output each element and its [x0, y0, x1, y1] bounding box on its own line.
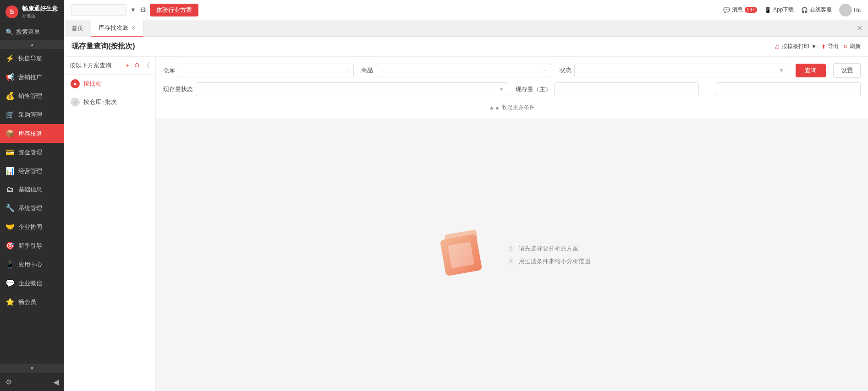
tab-batch-account[interactable]: 库存批次账 ✕ [91, 20, 143, 37]
filter-form: 仓库 ··· 商品 ··· 状态 [156, 57, 868, 119]
empty-hints: 1 请先选择要分析的方案 2 用过滤条件来缩小分析范围 [507, 244, 590, 266]
marketing-icon: 📢 [5, 73, 15, 81]
tab-close-icon[interactable]: ✕ [131, 25, 136, 31]
range-dash: — [702, 86, 713, 93]
sidebar-item-app-center[interactable]: 📱 应用中心 [0, 255, 64, 274]
scroll-up-btn[interactable]: ▲ [0, 40, 64, 49]
product-label: 商品 [361, 66, 373, 75]
sidebar-item-label: 系统管理 [18, 204, 42, 212]
filter-row-2: 现存量状态 ▼ 现存量（主） — [163, 82, 861, 96]
service-icon: 🎧 [801, 7, 808, 13]
collapse-up-icon: ▲▲ [489, 104, 500, 111]
quick-nav-icon: ⚡ [5, 54, 15, 63]
query-area: 仓库 ··· 商品 ··· 状态 [156, 57, 868, 391]
finance-icon: 💳 [5, 148, 15, 157]
hint-2-text: 用过滤条件来缩小分析范围 [519, 257, 590, 266]
purchase-icon: 🛒 [5, 110, 15, 119]
settings-btn[interactable]: 设置 [833, 63, 861, 78]
trial-btn[interactable]: 体验行业方案 [150, 4, 198, 16]
sidebar-item-label: 采购管理 [18, 111, 42, 119]
sidebar-item-guide[interactable]: 🎯 新手引导 [0, 236, 64, 255]
filter-collapse-row[interactable]: ▲▲ 收起更多条件 [163, 101, 861, 112]
enterprise-icon: 🤝 [5, 223, 15, 231]
username-label: Rit [854, 7, 861, 13]
collapse-label: 收起更多条件 [502, 103, 535, 111]
basic-icon: 🗂 [5, 185, 15, 194]
online-service-action[interactable]: 🎧 在线客服 [801, 6, 832, 14]
batch-filter-icon: ● [71, 79, 80, 88]
inventory-icon: 📦 [5, 129, 15, 138]
settings-icon[interactable]: ⚙ [5, 378, 12, 386]
print-btn[interactable]: 🖨 按模板打印 ▼ [775, 43, 817, 50]
app-download-action[interactable]: 📱 App下载 [764, 6, 794, 14]
refresh-icon: ↻ [843, 43, 848, 50]
tab-home[interactable]: 首页 [64, 20, 91, 37]
topbar-left: ▼ ⚙ 体验行业方案 [71, 4, 719, 16]
page-actions: 🖨 按模板打印 ▼ ⬆ 导出 ↻ 刷新 [775, 43, 861, 50]
filter-item-by-warehouse-batch[interactable]: ○ 按仓库+批次 [64, 93, 155, 111]
filter-panel-icons: ＋ ⊙ 《 [124, 61, 150, 70]
user-avatar-action[interactable]: Rit [839, 4, 861, 16]
sidebar-item-basic[interactable]: 🗂 基础信息 [0, 180, 64, 199]
sidebar-item-label: 销售管理 [18, 92, 42, 100]
topbar-right: 💬 消息 99+ 📱 App下载 🎧 在线客服 Rit [723, 4, 861, 16]
sidebar-item-member[interactable]: ⭐ 畅会员 [0, 293, 64, 311]
member-icon: ⭐ [5, 298, 15, 306]
sidebar-item-label: 经营管理 [18, 167, 42, 175]
sidebar-item-label: 库存核算 [18, 130, 42, 138]
sidebar-item-sales[interactable]: 💰 销售管理 [0, 87, 64, 105]
filter-panel-title: 按以下方案查询 [70, 61, 111, 70]
messages-badge: 99+ [745, 7, 757, 13]
sidebar-search[interactable]: 🔍 搜索菜单 [0, 24, 64, 40]
product-dots[interactable]: ··· [543, 67, 548, 74]
sidebar-item-enterprise[interactable]: 🤝 企业协同 [0, 217, 64, 236]
warehouse-batch-filter-icon: ○ [71, 98, 80, 107]
collapse-sidebar-icon[interactable]: ◀ [53, 378, 59, 386]
print-label: 按模板打印 [782, 43, 809, 50]
sidebar-item-wechat[interactable]: 💬 企业微信 [0, 274, 64, 293]
warehouse-dots[interactable]: ··· [345, 67, 350, 74]
add-filter-icon[interactable]: ＋ [124, 61, 131, 70]
warehouse-input[interactable]: ··· [178, 64, 354, 77]
sidebar-item-inventory[interactable]: 📦 库存核算 [0, 124, 64, 143]
sidebar-item-operation[interactable]: 📊 经营管理 [0, 162, 64, 180]
system-icon: 🔧 [5, 204, 15, 212]
product-input[interactable]: ··· [376, 64, 552, 77]
query-btn[interactable]: 查询 [796, 64, 826, 77]
operation-icon: 📊 [5, 167, 15, 175]
status-select[interactable]: ▼ [574, 64, 789, 77]
export-btn[interactable]: ⬆ 导出 [821, 43, 839, 50]
status-group: 状态 ▼ [560, 64, 789, 77]
sidebar-item-quick-nav[interactable]: ⚡ 快捷导航 [0, 49, 64, 68]
print-dropdown-icon[interactable]: ▼ [811, 43, 817, 50]
stock-qty-min-input[interactable] [554, 82, 699, 96]
filter-item-by-batch[interactable]: ● 按批次 [64, 75, 155, 93]
topbar-search-input[interactable] [71, 4, 126, 16]
topbar-gear-icon[interactable]: ⚙ [140, 5, 146, 14]
empty-hint-2: 2 用过滤条件来缩小分析范围 [507, 257, 590, 266]
stock-qty-max-input[interactable] [716, 82, 861, 96]
filter-settings-icon[interactable]: ⊙ [134, 61, 140, 70]
stock-status-chevron-icon: ▼ [499, 86, 504, 92]
scroll-down-btn[interactable]: ▼ [0, 364, 64, 373]
online-service-label: 在线客服 [810, 6, 832, 14]
refresh-btn[interactable]: ↻ 刷新 [843, 43, 861, 50]
sidebar-item-label: 资金管理 [18, 148, 42, 157]
hint-1-num: 1 [507, 244, 515, 253]
topbar-dropdown-btn[interactable]: ▼ [130, 6, 136, 13]
messages-action[interactable]: 💬 消息 99+ [723, 6, 757, 14]
sidebar-item-purchase[interactable]: 🛒 采购管理 [0, 105, 64, 124]
tab-area-close-btn[interactable]: ✕ [851, 24, 868, 33]
sidebar-item-marketing[interactable]: 📢 营销推广 [0, 68, 64, 87]
sidebar-item-label: 新手引导 [18, 242, 42, 250]
messages-icon: 💬 [723, 7, 730, 13]
app-download-label: App下载 [773, 6, 794, 14]
home-tab-label: 首页 [71, 24, 83, 33]
stock-status-select[interactable]: ▼ [196, 82, 508, 96]
stock-status-label: 现存量状态 [163, 85, 193, 93]
sidebar-item-system[interactable]: 🔧 系统管理 [0, 199, 64, 217]
filter-collapse-icon[interactable]: 《 [143, 61, 150, 70]
sales-icon: 💰 [5, 92, 15, 100]
sidebar-item-finance[interactable]: 💳 资金管理 [0, 143, 64, 162]
stock-qty-group: 现存量（主） — [516, 82, 861, 96]
